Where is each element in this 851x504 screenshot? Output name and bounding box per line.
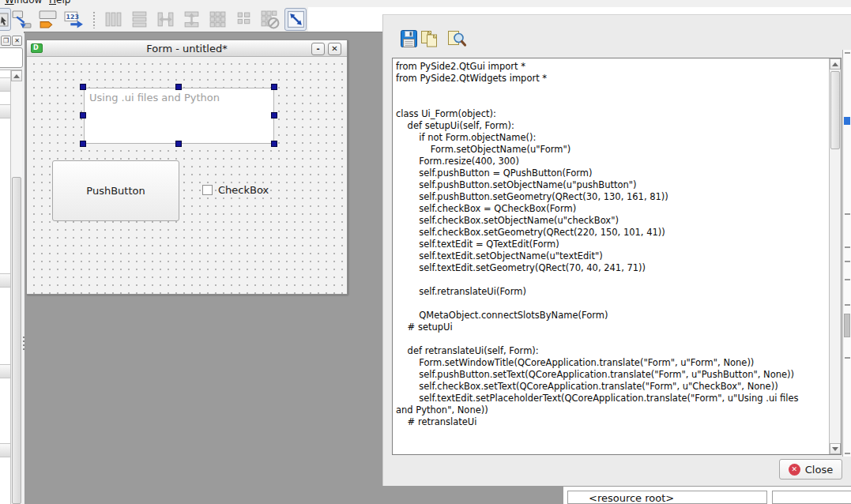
minimize-button[interactable]: -	[311, 43, 325, 55]
scroll-marker	[845, 213, 850, 215]
code-line: Form.setWindowTitle(QCoreApplication.tra…	[396, 357, 828, 369]
form-canvas[interactable]: Using .ui files and Python PushButton Ch…	[27, 57, 347, 294]
code-line: self.checkBox = QCheckBox(Form)	[396, 203, 828, 215]
widgetbox-scrollbar[interactable]	[10, 70, 22, 504]
dock-float-button[interactable]: ❐	[1, 36, 11, 46]
code-line: from PySide2.QtWidgets import *	[396, 73, 828, 85]
edit-tab-order-icon: 123	[64, 9, 84, 29]
scroll-marker	[845, 246, 850, 248]
main-toolbar: 123	[0, 7, 308, 33]
checkbox-widget[interactable]: CheckBox	[202, 183, 269, 196]
code-line: def setupUi(self, Form):	[396, 120, 828, 132]
resource-browser-panel: <resource root>	[563, 487, 851, 504]
code-line: self.textEdit.setGeometry(QRect(70, 40, …	[396, 262, 828, 274]
scroll-marker	[845, 261, 850, 262]
adjust-size-icon	[286, 9, 306, 29]
close-button-label: Close	[805, 464, 833, 476]
up-arrow-icon	[13, 74, 20, 78]
scroll-marker-current	[844, 117, 850, 125]
code-line	[396, 298, 828, 310]
edit-tab-order-button[interactable]: 123	[62, 8, 85, 31]
scroll-down-button[interactable]	[830, 443, 841, 454]
widgetbox-category-row[interactable]	[0, 364, 10, 378]
code-line: Form.resize(400, 300)	[396, 156, 828, 167]
selection-handle-top-center[interactable]	[175, 84, 182, 90]
lay-out-in-form-layout-button[interactable]	[232, 8, 254, 31]
code-line: if not Form.objectName():	[396, 132, 828, 144]
close-red-icon: ✕	[789, 464, 800, 476]
code-line: self.textEdit.setObjectName(u"textEdit")	[396, 250, 828, 262]
lay-out-vertically-button[interactable]	[128, 8, 150, 31]
scroll-marker	[845, 304, 850, 306]
scroll-up-button[interactable]	[11, 70, 22, 81]
widgetbox-category-row[interactable]	[0, 77, 10, 92]
edit-signals-slots-icon	[12, 9, 32, 29]
break-layout-button[interactable]	[258, 8, 281, 31]
lay-out-in-grid-button[interactable]	[206, 8, 228, 31]
scroll-marker-thumb[interactable]	[844, 314, 850, 337]
selection-handle-mid-left[interactable]	[80, 112, 86, 118]
selection-handle-bottom-center[interactable]	[175, 141, 182, 147]
find-button[interactable]	[446, 28, 468, 50]
resource-tree[interactable]: <resource root>	[567, 491, 767, 504]
copy-button[interactable]	[419, 28, 441, 50]
code-line: self.pushButton.setText(QCoreApplication…	[396, 369, 828, 381]
lay-out-vertically-in-splitter-button[interactable]	[180, 8, 202, 31]
code-line: self.checkBox.setGeometry(QRect(220, 150…	[396, 227, 828, 239]
code-line: and Python", None))	[396, 404, 828, 416]
code-line	[396, 96, 828, 108]
widgetbox-filter-input[interactable]	[0, 47, 23, 68]
edit-widgets-button[interactable]	[0, 8, 11, 31]
scroll-up-button[interactable]	[830, 58, 841, 70]
scrollbar-thumb[interactable]	[12, 177, 21, 504]
selection-handle-top-right[interactable]	[271, 84, 277, 90]
selection-handle-mid-right[interactable]	[271, 112, 277, 118]
menu-help[interactable]: Help	[49, 0, 70, 6]
code-line: # setupUi	[396, 322, 828, 333]
checkbox-indicator[interactable]	[202, 185, 213, 195]
widgetbox-list[interactable]	[0, 70, 22, 504]
selection-handle-top-left[interactable]	[80, 84, 86, 90]
code-line: self.retranslateUi(Form)	[396, 286, 828, 298]
code-content[interactable]: from PySide2.QtGui import *from PySide2.…	[396, 61, 828, 453]
dock-close-button[interactable]: ✕	[12, 36, 22, 46]
resource-root-item[interactable]: <resource root>	[568, 491, 766, 504]
code-line: self.pushButton = QPushButton(Form)	[396, 167, 828, 179]
scroll-marker	[845, 453, 850, 454]
save-icon	[401, 30, 417, 48]
form-titlebar[interactable]: D Form - untitled* - ✕	[27, 40, 347, 57]
qt-designer-window: Window Help	[0, 0, 851, 504]
lay-out-horizontally-button[interactable]	[102, 8, 124, 31]
lay-out-in-form-layout-icon	[234, 9, 254, 29]
scrollbar-thumb[interactable]	[830, 71, 840, 149]
textedit-widget[interactable]: Using .ui files and Python	[84, 88, 274, 144]
right-edge-scroll-markers[interactable]	[842, 50, 851, 457]
edit-buddies-button[interactable]	[36, 8, 58, 31]
selection-handle-bottom-left[interactable]	[80, 141, 86, 147]
panel-splitter-handle[interactable]	[22, 334, 24, 353]
code-line: self.textEdit.setPlaceholderText(QCoreAp…	[396, 393, 828, 404]
edit-buddies-icon	[38, 9, 58, 29]
adjust-size-button[interactable]	[284, 8, 307, 31]
svg-text:123: 123	[66, 13, 78, 21]
code-line: self.checkBox.setText(QCoreApplication.t…	[396, 381, 828, 393]
dialog-close-button[interactable]: ✕ Close	[779, 459, 842, 480]
widgetbox-category-row[interactable]	[0, 443, 10, 457]
resource-list[interactable]	[772, 491, 851, 504]
lay-out-vertically-icon	[130, 9, 149, 29]
close-button[interactable]: ✕	[328, 43, 341, 55]
scroll-marker	[845, 357, 850, 359]
widgetbox-category-row[interactable]	[0, 273, 10, 288]
selection-handle-bottom-right[interactable]	[271, 141, 277, 147]
edit-signals-slots-button[interactable]	[10, 8, 32, 31]
code-line	[396, 333, 828, 345]
code-line: # retranslateUi	[396, 416, 828, 428]
menu-window[interactable]: Window	[5, 0, 42, 6]
save-button[interactable]	[397, 28, 420, 50]
code-scrollbar[interactable]	[829, 58, 841, 454]
toolbar-separator	[93, 11, 95, 28]
widgetbox-category-row[interactable]	[0, 104, 10, 118]
lay-out-horizontally-in-splitter-button[interactable]	[154, 8, 176, 31]
pushbutton-widget[interactable]: PushButton	[52, 160, 179, 221]
code-view[interactable]: from PySide2.QtGui import *from PySide2.…	[392, 58, 842, 455]
